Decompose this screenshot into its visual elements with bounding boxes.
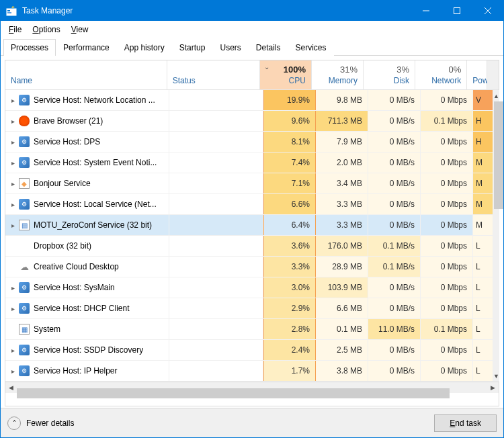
network-cell: 0.1 Mbps (421, 319, 473, 339)
col-disk[interactable]: 3%Disk (364, 60, 415, 89)
power-cell: H (473, 111, 493, 131)
process-name: Service Host: Network Location ... (34, 95, 155, 105)
memory-cell: 0.1 MB (316, 319, 368, 339)
app-icon (6, 5, 17, 16)
table-row[interactable]: ▸Service Host: Local Service (Net...6.6%… (5, 194, 493, 215)
fewer-details-toggle[interactable]: ˄ Fewer details (7, 417, 74, 430)
process-name: System (34, 324, 60, 334)
table-row[interactable]: ▸Service Host: System Event Noti...7.4%2… (5, 152, 493, 173)
tab-details[interactable]: Details (249, 39, 288, 56)
titlebar[interactable]: Task Manager (1, 1, 503, 21)
expand-icon[interactable]: ▸ (8, 367, 17, 375)
svc-icon (19, 282, 30, 293)
vertical-scrollbar[interactable]: ▲ ▼ (493, 90, 499, 382)
disk-cell: 0 MB/s (368, 361, 421, 381)
menu-options[interactable]: Options (27, 23, 65, 36)
close-button[interactable] (472, 1, 503, 21)
disk-cell: 0.1 MB/s (368, 257, 421, 277)
svc-icon (19, 303, 30, 314)
horizontal-scrollbar[interactable]: ◀ ▶ (5, 382, 499, 393)
footer: ˄ Fewer details End task (1, 408, 503, 437)
col-name[interactable]: Name (5, 60, 167, 89)
col-network[interactable]: 0%Network (415, 60, 467, 89)
svc-icon (19, 157, 30, 168)
network-cell: 0 Mbps (421, 194, 473, 214)
expand-icon[interactable]: ▸ (8, 159, 17, 167)
expand-icon[interactable]: ▸ (8, 284, 17, 292)
tab-processes[interactable]: Processes (3, 39, 56, 56)
table-row[interactable]: ▸Service Host: DHCP Client2.9%6.6 MB0 MB… (5, 298, 493, 319)
tab-app-history[interactable]: App history (117, 39, 172, 56)
menu-file[interactable]: File (3, 23, 27, 36)
tab-startup[interactable]: Startup (172, 39, 213, 56)
table-row[interactable]: ▸Service Host: DPS8.1%7.9 MB0 MB/s0 Mbps… (5, 132, 493, 152)
svc-icon (19, 199, 30, 210)
table-row[interactable]: ▸Service Host: Network Location ...19.9%… (5, 90, 493, 111)
power-cell: M (473, 173, 493, 193)
cpu-cell: 3.6% (263, 236, 316, 256)
power-cell: V (473, 90, 493, 110)
memory-cell: 2.0 MB (316, 152, 368, 173)
process-name: Service Host: Local Service (Net... (34, 200, 157, 209)
col-memory[interactable]: 31%Memory (312, 60, 364, 89)
scroll-right-icon[interactable]: ▶ (487, 382, 499, 394)
end-task-button[interactable]: End task (434, 414, 497, 432)
power-cell: M (473, 152, 493, 173)
expand-icon[interactable]: ▸ (8, 180, 17, 187)
col-status[interactable]: Status (167, 60, 260, 89)
cpu-cell: 6.4% (263, 215, 316, 235)
menu-view[interactable]: View (66, 23, 94, 36)
scroll-down-icon[interactable]: ▼ (493, 370, 499, 382)
window-title: Task Manager (22, 6, 411, 15)
memory-cell: 9.8 MB (316, 90, 368, 110)
process-name: Creative Cloud Desktop (34, 262, 119, 271)
status-cell (169, 90, 263, 110)
disk-cell: 11.0 MB/s (368, 319, 421, 339)
col-power[interactable]: Pow (467, 60, 487, 89)
grid-body: ▸Service Host: Network Location ...19.9%… (5, 90, 493, 382)
table-row[interactable]: Dropbox (32 bit)3.6%176.0 MB0.1 MB/s0 Mb… (5, 236, 493, 257)
cpu-cell: 7.4% (263, 152, 316, 173)
network-cell: 0 Mbps (421, 298, 473, 318)
table-row[interactable]: ▸Brave Browser (21)9.6%711.3 MB0 MB/s0.1… (5, 111, 493, 132)
expand-icon[interactable]: ▸ (8, 201, 17, 208)
power-cell: L (473, 298, 493, 318)
expand-icon[interactable]: ▸ (8, 138, 17, 146)
expand-icon[interactable]: ▸ (8, 305, 17, 312)
expand-icon[interactable]: ▸ (8, 97, 17, 104)
network-cell: 0 Mbps (421, 236, 473, 256)
process-name: Service Host: System Event Noti... (34, 158, 157, 167)
tabstrip: ProcessesPerformanceApp historyStartupUs… (1, 38, 503, 56)
memory-cell: 176.0 MB (316, 236, 368, 256)
tab-users[interactable]: Users (212, 39, 248, 56)
minimize-button[interactable] (411, 1, 442, 21)
status-cell (169, 194, 263, 214)
tab-services[interactable]: Services (288, 39, 334, 56)
power-cell: H (473, 132, 493, 152)
motu-icon (19, 220, 30, 230)
scrollbar-thumb-h[interactable] (17, 388, 450, 398)
network-cell: 0 Mbps (421, 152, 473, 173)
scroll-left-icon[interactable]: ◀ (5, 382, 17, 394)
scrollbar-thumb[interactable] (494, 101, 504, 209)
table-row[interactable]: ▸Service Host: IP Helper1.7%3.8 MB0 MB/s… (5, 361, 493, 382)
table-row[interactable]: ▸Service Host: SSDP Discovery2.4%2.5 MB0… (5, 340, 493, 361)
power-cell: L (473, 319, 493, 339)
tab-performance[interactable]: Performance (56, 39, 117, 56)
table-row[interactable]: ▸Bonjour Service7.1%3.4 MB0 MB/s0 MbpsM (5, 173, 493, 194)
status-cell (169, 340, 263, 360)
table-row[interactable]: ▸Service Host: SysMain3.0%103.9 MB0 MB/s… (5, 277, 493, 298)
table-row[interactable]: ▸MOTU_ZeroConf Service (32 bit)6.4%3.3 M… (5, 215, 493, 236)
expand-icon[interactable]: ▸ (8, 347, 17, 354)
maximize-button[interactable] (442, 1, 472, 21)
expand-icon[interactable]: ▸ (8, 222, 17, 229)
process-name: MOTU_ZeroConf Service (32 bit) (34, 220, 152, 230)
expand-icon[interactable]: ▸ (8, 118, 17, 125)
network-cell: 0 Mbps (421, 340, 473, 360)
scroll-up-icon[interactable]: ▲ (493, 90, 499, 101)
status-cell (169, 173, 263, 193)
table-row[interactable]: System2.8%0.1 MB11.0 MB/s0.1 MbpsL (5, 319, 493, 340)
sort-desc-icon: ⌄ (264, 63, 269, 71)
table-row[interactable]: Creative Cloud Desktop3.3%28.9 MB0.1 MB/… (5, 257, 493, 277)
col-cpu[interactable]: ⌄ 100%CPU (260, 60, 312, 89)
